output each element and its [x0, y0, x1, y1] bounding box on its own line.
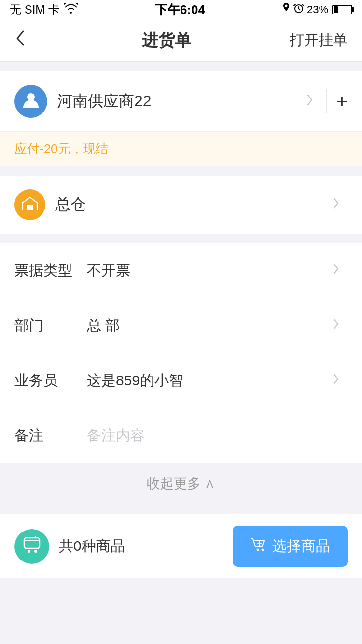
- invoice-chevron-icon: [332, 262, 340, 279]
- salesman-label: 业务员: [14, 371, 82, 391]
- supplier-name: 河南供应商22: [57, 91, 306, 112]
- salesman-value: 这是859的小智: [82, 371, 332, 391]
- battery-text: 23%: [307, 3, 328, 16]
- supplier-avatar: [14, 85, 47, 118]
- warehouse-row[interactable]: 总仓: [0, 176, 362, 234]
- notice-text: 应付-20元，现结: [14, 141, 108, 156]
- status-right: 23%: [282, 3, 352, 16]
- wifi-icon: [64, 3, 78, 16]
- section-gap-4: [0, 504, 362, 514]
- status-time: 下午6:04: [155, 1, 205, 18]
- supplier-row[interactable]: 河南供应商22 +: [0, 71, 362, 132]
- collapse-row[interactable]: 收起更多 ∧: [0, 463, 362, 504]
- remark-placeholder[interactable]: 备注内容: [82, 426, 348, 446]
- department-row[interactable]: 部门 总 部: [0, 298, 362, 353]
- bottom-bar: 共0种商品 选择商品: [0, 514, 362, 578]
- nav-bar: 进货单 打开挂单: [0, 19, 362, 62]
- invoice-row[interactable]: 票据类型 不开票: [0, 243, 362, 298]
- supplier-chevron-icon: [306, 93, 314, 110]
- warehouse-chevron-icon: [332, 196, 340, 213]
- carrier-text: 无 SIM 卡: [10, 2, 60, 17]
- department-value: 总 部: [82, 316, 332, 336]
- department-chevron-icon: [332, 317, 340, 334]
- remark-label: 备注: [14, 426, 82, 446]
- svg-point-4: [28, 550, 30, 553]
- warehouse-icon-wrap: [14, 189, 45, 220]
- form-section: 票据类型 不开票 部门 总 部 业务员 这是859的小智 备注 备注内容: [0, 243, 362, 463]
- warehouse-name: 总仓: [55, 194, 332, 215]
- warehouse-icon: [22, 196, 38, 214]
- cart-select-icon: [250, 538, 266, 555]
- product-icon-wrap: [14, 529, 49, 564]
- person-icon: [22, 90, 40, 113]
- cart-icon: [22, 536, 42, 557]
- vertical-divider: [326, 89, 327, 113]
- salesman-row[interactable]: 业务员 这是859的小智: [0, 353, 362, 408]
- page-title: 进货单: [142, 29, 191, 52]
- svg-point-6: [257, 549, 259, 551]
- supplier-section: 河南供应商22 + 应付-20元，现结: [0, 71, 362, 166]
- invoice-label: 票据类型: [14, 261, 82, 280]
- section-gap-1: [0, 62, 362, 71]
- alarm-icon: [293, 3, 304, 16]
- salesman-chevron-icon: [332, 372, 340, 389]
- warehouse-section: 总仓: [0, 176, 362, 234]
- svg-point-5: [34, 550, 37, 553]
- collapse-label: 收起更多 ∧: [147, 476, 216, 491]
- back-button[interactable]: [14, 28, 43, 52]
- page-background: [0, 578, 362, 644]
- section-gap-2: [0, 166, 362, 176]
- select-product-button[interactable]: 选择商品: [233, 526, 348, 567]
- battery-icon: [332, 5, 352, 14]
- notice-bar: 应付-20元，现结: [0, 132, 362, 166]
- svg-point-1: [27, 93, 35, 101]
- add-button[interactable]: +: [336, 92, 348, 111]
- open-pending-button[interactable]: 打开挂单: [290, 30, 348, 50]
- department-label: 部门: [14, 316, 82, 336]
- section-gap-3: [0, 234, 362, 243]
- product-count: 共0种商品: [59, 536, 223, 556]
- svg-point-7: [262, 549, 264, 551]
- remark-row[interactable]: 备注 备注内容: [0, 408, 362, 463]
- status-left: 无 SIM 卡: [10, 2, 78, 17]
- invoice-value: 不开票: [82, 261, 332, 280]
- svg-rect-2: [27, 205, 33, 210]
- svg-rect-3: [24, 538, 40, 548]
- location-icon: [282, 3, 291, 16]
- select-btn-label: 选择商品: [272, 536, 330, 556]
- status-bar: 无 SIM 卡 下午6:04 23%: [0, 0, 362, 19]
